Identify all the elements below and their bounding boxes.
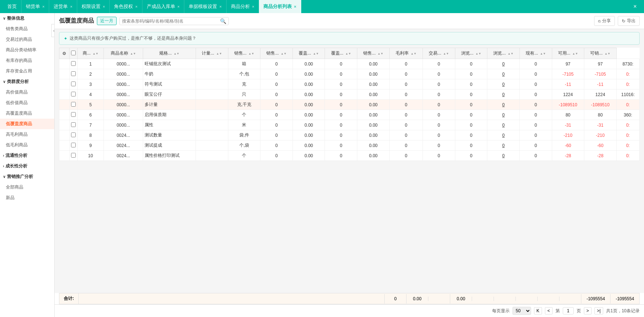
sort-arrows[interactable]: ▲▼ bbox=[313, 52, 319, 55]
sidebar-section-marketing[interactable]: ∨ 营销推广分析 bbox=[0, 171, 54, 182]
close-icon[interactable]: × bbox=[252, 4, 254, 9]
checkbox-cell[interactable] bbox=[70, 59, 78, 69]
spec-column-header[interactable]: 规格... ▲▼ bbox=[143, 48, 196, 59]
sort-arrows[interactable]: ▲▼ bbox=[443, 52, 449, 55]
sort-arrows[interactable]: ▲▼ bbox=[605, 52, 610, 55]
search-icon[interactable]: 🔍 bbox=[220, 18, 226, 24]
row-checkbox[interactable] bbox=[71, 132, 76, 137]
sidebar-item-sales-goods[interactable]: 销售类商品 bbox=[0, 24, 54, 34]
close-icon[interactable]: × bbox=[219, 4, 221, 9]
close-icon[interactable]: × bbox=[42, 4, 44, 9]
close-icon[interactable]: × bbox=[177, 4, 180, 9]
sidebar-item-low-value[interactable]: 低价值商品 bbox=[0, 98, 54, 108]
checkbox-cell[interactable] bbox=[70, 90, 78, 100]
checkbox-cell[interactable] bbox=[70, 140, 78, 151]
unit-column-header[interactable]: 计量... ▲▼ bbox=[196, 48, 228, 59]
checkbox-cell[interactable] bbox=[70, 120, 78, 130]
code-column-header[interactable]: 商... ▲▼ bbox=[78, 48, 104, 59]
nav-tab-roles[interactable]: 角色授权 × bbox=[110, 0, 142, 13]
sidebar-item-category-rate[interactable]: 商品分类动销率 bbox=[0, 45, 54, 55]
close-icon[interactable]: × bbox=[294, 4, 296, 9]
sort-arrows[interactable]: ▲▼ bbox=[345, 52, 351, 55]
sales-qty-column-header[interactable]: 销售... ▲▼ bbox=[228, 48, 260, 59]
next-page-button[interactable]: > bbox=[584, 307, 592, 314]
trans-column-header[interactable]: 交易... ▲▼ bbox=[423, 48, 455, 59]
nav-tab-product-analysis-list[interactable]: 商品分析列表 × bbox=[259, 0, 301, 13]
prev-page-button[interactable]: < bbox=[545, 307, 553, 314]
close-icon[interactable]: × bbox=[70, 4, 72, 9]
row-checkbox[interactable] bbox=[71, 92, 76, 96]
close-icon[interactable]: × bbox=[103, 4, 105, 9]
close-icon[interactable]: × bbox=[135, 4, 137, 9]
sort-arrows[interactable]: ▲▼ bbox=[572, 52, 578, 55]
checkbox-cell[interactable] bbox=[70, 130, 78, 140]
window-close-button[interactable]: × bbox=[629, 3, 641, 10]
sidebar-item-all-goods[interactable]: 全部商品 bbox=[0, 182, 54, 193]
sidebar-section-growth[interactable]: › 成长性分析 bbox=[0, 161, 54, 171]
row-checkbox[interactable] bbox=[71, 82, 76, 86]
row-checkbox[interactable] bbox=[71, 61, 76, 66]
sales-amt-column-header[interactable]: 销售... ▲▼ bbox=[260, 48, 293, 59]
row-checkbox[interactable] bbox=[71, 102, 76, 107]
sidebar-item-high-value[interactable]: 高价值商品 bbox=[0, 87, 54, 98]
checkbox-cell[interactable] bbox=[70, 110, 78, 120]
sort-arrows[interactable]: ▲▼ bbox=[93, 52, 98, 55]
export-button[interactable]: ↻ 导出 bbox=[618, 16, 640, 26]
checkbox-cell[interactable] bbox=[70, 79, 78, 90]
sidebar-item-new-goods[interactable]: 新品 bbox=[0, 193, 54, 203]
checkbox-column-header[interactable] bbox=[70, 48, 78, 59]
name-column-header[interactable]: 商品名称 ▲▼ bbox=[104, 48, 143, 59]
sidebar-section-circulation[interactable]: › 流通性分析 bbox=[0, 150, 54, 161]
browse2-column-header[interactable]: 浏览... ▲▼ bbox=[487, 48, 520, 59]
nav-tab-purchase[interactable]: 进货单 × bbox=[49, 0, 77, 13]
sort-arrows[interactable]: ▲▼ bbox=[130, 52, 136, 55]
sidebar-section-overview[interactable]: ∨ 整体信息 bbox=[0, 13, 54, 24]
select-all-checkbox[interactable] bbox=[71, 51, 76, 55]
sort-arrows[interactable]: ▲▼ bbox=[411, 52, 417, 55]
sidebar-item-low-coverage[interactable]: 低覆盖度商品 bbox=[0, 119, 54, 129]
available-column-header[interactable]: 可用... ▲▼ bbox=[552, 48, 584, 59]
sidebar-item-stocked-goods[interactable]: 有库存的商品 bbox=[0, 55, 54, 66]
sidebar-item-capital-occupy[interactable]: 库存资金占用 bbox=[0, 66, 54, 76]
cover2-column-header[interactable]: 覆盖... ▲▼ bbox=[325, 48, 357, 59]
share-button[interactable]: ⎋ 分享 bbox=[594, 16, 615, 26]
checkbox-cell[interactable] bbox=[70, 69, 78, 79]
sidebar-item-traded-goods[interactable]: 交易过的商品 bbox=[0, 34, 54, 45]
filter-period-button[interactable]: 近一月 bbox=[97, 17, 117, 25]
row-checkbox[interactable] bbox=[71, 153, 76, 158]
checkbox-cell[interactable] bbox=[70, 151, 78, 161]
sidebar-item-high-margin[interactable]: 高毛利商品 bbox=[0, 129, 54, 140]
row-checkbox[interactable] bbox=[71, 122, 76, 127]
sidebar-item-high-coverage[interactable]: 高覆盖度商品 bbox=[0, 108, 54, 119]
sort-arrows[interactable]: ▲▼ bbox=[378, 52, 384, 55]
row-checkbox[interactable] bbox=[71, 71, 76, 76]
sort-arrows[interactable]: ▲▼ bbox=[475, 52, 481, 55]
last-page-button[interactable]: >| bbox=[594, 307, 603, 314]
sellable-column-header[interactable]: 可销... ▲▼ bbox=[584, 48, 617, 59]
stock-column-header[interactable]: 现有... ▲▼ bbox=[519, 48, 552, 59]
sort-arrows[interactable]: ▲▼ bbox=[174, 52, 180, 55]
page-size-select[interactable]: 50 100 200 bbox=[513, 307, 531, 315]
nav-tab-templates[interactable]: 单据模板设置 × bbox=[184, 0, 226, 13]
nav-tab-home[interactable]: 首页 bbox=[3, 0, 21, 13]
sidebar-section-category-analysis[interactable]: ∨ 类群度分析 bbox=[0, 76, 54, 87]
row-checkbox[interactable] bbox=[71, 143, 76, 147]
sort-arrows[interactable]: ▲▼ bbox=[281, 52, 287, 55]
margin-column-header[interactable]: 毛利率 ▲▼ bbox=[389, 48, 423, 59]
first-page-button[interactable]: K bbox=[534, 307, 542, 314]
sidebar-collapse-button[interactable]: « bbox=[51, 24, 55, 37]
nav-tab-permissions[interactable]: 权限设置 × bbox=[77, 0, 110, 13]
page-number-input[interactable] bbox=[563, 307, 574, 314]
row-checkbox[interactable] bbox=[71, 112, 76, 117]
settings-column-header[interactable]: ⚙ bbox=[59, 48, 70, 59]
sidebar-item-low-margin[interactable]: 低毛利商品 bbox=[0, 140, 54, 150]
nav-tab-product-analysis[interactable]: 商品分析 × bbox=[227, 0, 259, 13]
sort-arrows[interactable]: ▲▼ bbox=[508, 52, 514, 55]
sort-arrows[interactable]: ▲▼ bbox=[248, 52, 254, 55]
sort-arrows[interactable]: ▲▼ bbox=[216, 52, 222, 55]
checkbox-cell[interactable] bbox=[70, 100, 78, 110]
nav-tab-products[interactable]: 产成品入库单 × bbox=[142, 0, 184, 13]
nav-tab-sales[interactable]: 销货单 × bbox=[21, 0, 49, 13]
search-input[interactable] bbox=[122, 19, 220, 24]
sort-arrows[interactable]: ▲▼ bbox=[540, 52, 546, 55]
